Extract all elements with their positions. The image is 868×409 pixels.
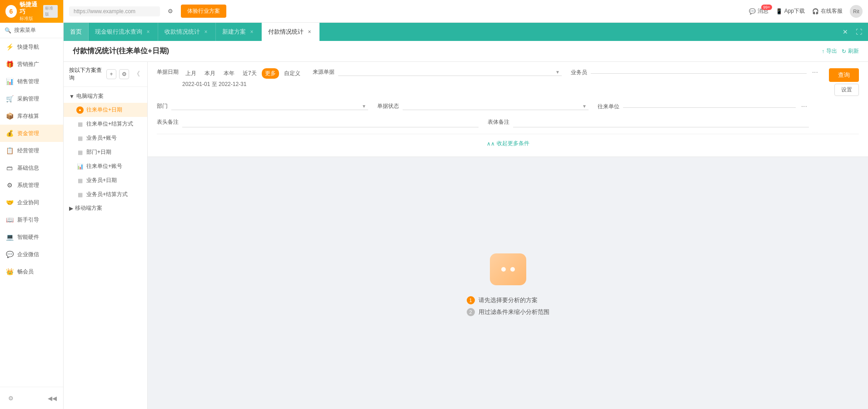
scheme-item-5[interactable]: ▦ 业务员+日期	[64, 173, 147, 187]
tab-expand-btn[interactable]: ⛶	[853, 26, 864, 37]
date-btn-this-month[interactable]: 本月	[201, 68, 219, 79]
sidebar-collapse-btn[interactable]: ◀◀	[46, 392, 59, 404]
search-menu-btn[interactable]: 🔍 搜索菜单	[0, 23, 63, 38]
sidebar-item-inventory[interactable]: 📦 库存核算	[0, 107, 63, 125]
body-note-input[interactable]	[513, 117, 809, 127]
date-label: 单据日期	[157, 68, 179, 76]
tab-receipts[interactable]: 收款情况统计 ×	[158, 23, 216, 41]
sidebar-item-hardware[interactable]: 💻 智能硬件	[0, 228, 63, 246]
tabbar-actions: ✕ ⛶	[836, 23, 868, 41]
tab-new-scheme-close[interactable]: ×	[249, 29, 255, 35]
sidebar-item-operation[interactable]: 📋 经营管理	[0, 142, 63, 159]
sidebar-settings-btn[interactable]: ⚙	[5, 392, 17, 404]
filter-group-date: 单据日期 上月 本月 本年 近7天 更多 自定义 20	[157, 68, 304, 88]
robot-wrapper	[485, 250, 531, 291]
query-button[interactable]: 查询	[829, 68, 859, 82]
header-note-input[interactable]	[182, 117, 479, 127]
tab-bank-flow-close[interactable]: ×	[145, 29, 151, 35]
counterpart-select[interactable]	[623, 106, 796, 108]
user-avatar[interactable]: Rit	[850, 5, 863, 18]
member-icon: 👑	[5, 268, 14, 276]
date-btn-more[interactable]: 更多	[262, 68, 279, 79]
scheme-item-4[interactable]: 📊 往来单位+账号	[64, 159, 147, 173]
counterpart-more-btn[interactable]: ···	[799, 102, 809, 111]
scheme-settings-btn[interactable]: ⚙	[119, 69, 129, 79]
header-note-label: 表头备注	[157, 118, 179, 126]
trial-button[interactable]: 体验行业方案	[181, 5, 226, 18]
sidebar-item-purchase[interactable]: 🛒 采购管理	[0, 90, 63, 107]
refresh-label: 刷新	[848, 47, 859, 55]
date-btn-this-year[interactable]: 本年	[220, 68, 238, 79]
app-download-btn[interactable]: 📱 App下载	[776, 7, 805, 15]
tab-payment-stats[interactable]: 付款情况统计 ×	[262, 23, 319, 41]
counterpart-label: 往来单位	[598, 103, 619, 111]
schemes-group-mobile-header[interactable]: ▶ 移动端方案	[64, 202, 147, 215]
filter-settings-button[interactable]: 设置	[834, 84, 859, 96]
date-btn-7days[interactable]: 近7天	[239, 68, 260, 79]
tab-receipts-close[interactable]: ×	[203, 29, 209, 35]
sidebar-item-sales[interactable]: 📊 销售管理	[0, 73, 63, 90]
topbar-settings-btn[interactable]: ⚙	[164, 5, 177, 18]
add-icon: +	[110, 71, 113, 77]
tab-payment-stats-close[interactable]: ×	[306, 29, 313, 35]
scheme-item-2[interactable]: ▦ 业务员+账号	[64, 131, 147, 145]
source-select[interactable]: ▼	[338, 69, 562, 76]
scheme-icon-3: ▦	[76, 149, 84, 156]
scheme-item-0[interactable]: ● 往来单位+日期	[64, 103, 147, 117]
sidebar-item-marketing[interactable]: 🎁 营销推广	[0, 56, 63, 73]
online-service-btn[interactable]: 🎧 在线客服	[812, 7, 843, 15]
add-scheme-btn[interactable]: +	[106, 69, 116, 79]
sidebar-item-wechat[interactable]: 💬 企业微信	[0, 246, 63, 263]
sidebar-footer: ⚙ ◀◀	[0, 387, 63, 409]
chevron-down-icon: ▼	[69, 93, 75, 100]
collapse-more-btn[interactable]: ∧∧ 收起更多条件	[484, 137, 532, 150]
status-select[interactable]: ▼	[403, 103, 589, 110]
tab-new-scheme[interactable]: 新建方案 ×	[216, 23, 262, 41]
logo-text: 畅捷通巧	[20, 1, 40, 15]
scheme-item-label-6: 业务员+结算方式	[86, 191, 128, 198]
sidebar-item-label: 销售管理	[17, 78, 39, 86]
tab-home[interactable]: 首页	[64, 23, 89, 41]
sidebar-item-member[interactable]: 👑 畅会员	[0, 263, 63, 280]
guide-icon: 📖	[5, 216, 14, 224]
service-icon: 🎧	[812, 8, 819, 15]
operation-icon: 📋	[5, 146, 14, 155]
source-dropdown-icon: ▼	[555, 70, 560, 75]
export-btn[interactable]: ↑ 导出	[822, 47, 837, 55]
url-bar[interactable]: https://www.example.com	[69, 6, 160, 16]
date-btn-custom[interactable]: 自定义	[281, 68, 304, 79]
sidebar-item-label: 营销推广	[17, 61, 39, 68]
sidebar-item-guide[interactable]: 📖 新手引导	[0, 211, 63, 228]
sidebar-item-basic[interactable]: 🗃 基础信息	[0, 159, 63, 177]
sidebar-header: 6 畅捷通巧 标准版 标准版	[0, 0, 63, 23]
filter-group-header-note: 表头备注	[157, 117, 479, 127]
tab-bank-flow[interactable]: 现金银行流水查询 ×	[89, 23, 158, 41]
page: 付款情况统计(往来单位+日期) ↑ 导出 ↻ 刷新 按以下方案查询 +	[64, 41, 868, 409]
sidebar: 6 畅捷通巧 标准版 标准版 🔍 搜索菜单 ⚡ 快捷导航 🎁 营销推广 📊 销售…	[0, 0, 64, 409]
scheme-item-3[interactable]: ▦ 部门+日期	[64, 145, 147, 159]
status-dropdown-icon: ▼	[582, 104, 587, 109]
refresh-btn[interactable]: ↻ 刷新	[842, 47, 859, 55]
notifications-btn[interactable]: 💬 消息 99+	[749, 7, 768, 15]
scheme-icon-6: ▦	[76, 191, 84, 198]
scheme-item-1[interactable]: ▦ 往来单位+结算方式	[64, 117, 147, 131]
sales-icon: 📊	[5, 77, 14, 86]
date-btn-last-month[interactable]: 上月	[182, 68, 200, 79]
sidebar-item-enterprise[interactable]: 🤝 企业协同	[0, 194, 63, 211]
robot-right-eye	[510, 267, 515, 272]
salesman-more-btn[interactable]: ···	[810, 68, 820, 76]
source-label: 来源单据	[313, 68, 334, 76]
dept-select[interactable]: ▼	[171, 103, 368, 110]
sidebar-item-capital[interactable]: 💰 资金管理	[0, 125, 63, 142]
sidebar-item-quick-nav[interactable]: ⚡ 快捷导航	[0, 38, 63, 56]
tab-payment-stats-label: 付款情况统计	[268, 28, 304, 36]
scheme-item-6[interactable]: ▦ 业务员+结算方式	[64, 187, 147, 202]
sidebar-item-system[interactable]: ⚙ 系统管理	[0, 177, 63, 194]
tab-close-all-btn[interactable]: ✕	[840, 26, 851, 37]
schemes-group-pc-header[interactable]: ▼ 电脑端方案	[64, 90, 147, 103]
schemes-collapse-btn[interactable]: 《	[132, 69, 142, 79]
salesman-select[interactable]	[591, 71, 807, 74]
body-note-label: 表体备注	[488, 118, 509, 126]
capital-icon: 💰	[5, 129, 14, 137]
scheme-icon-2: ▦	[76, 135, 84, 142]
